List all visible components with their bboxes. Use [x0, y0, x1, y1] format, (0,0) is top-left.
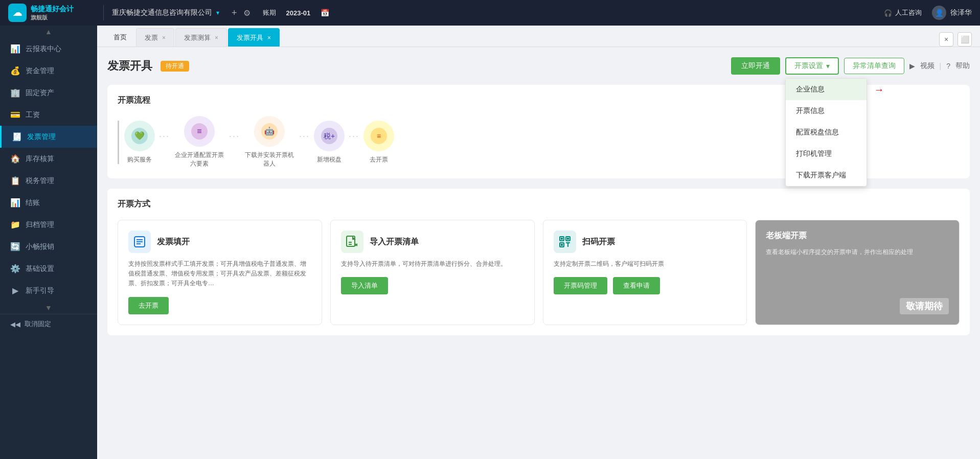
sidebar-item-guide[interactable]: ▶ 新手引导 [0, 280, 97, 302]
svg-text:🤖: 🤖 [264, 126, 275, 136]
play-icon: ▶ [909, 62, 915, 70]
settings-icon[interactable]: ⚙ [243, 8, 250, 18]
period-value: 2023-01 [286, 9, 311, 17]
svg-text:💚: 💚 [134, 131, 145, 141]
flow-icon-5: ≡ [363, 121, 394, 151]
dropdown-item-printer[interactable]: 打印机管理 [786, 143, 867, 165]
payroll-icon: 💳 [10, 110, 20, 120]
invoice-info-label: 开票信息 [796, 106, 825, 114]
user-info[interactable]: 👤 徐泽华 [932, 6, 972, 20]
top-divider [103, 5, 104, 20]
sidebar-scroll-down[interactable]: ▼ [0, 302, 97, 314]
support-button[interactable]: 🎧 人工咨询 [884, 8, 922, 17]
logo-icon: ☁ [8, 4, 27, 22]
invoice-methods-section: 开票方式 发票填开 支持按照发票样式手工填开发票；可开具增值税电子普通发票、增值… [107, 189, 970, 335]
window-maximize-button[interactable]: ⬜ [958, 32, 972, 47]
sidebar-item-report[interactable]: 🔄 小畅报销 [0, 236, 97, 258]
flow-icon-2: ≡ [184, 116, 215, 147]
header-actions: 立即开通 开票设置 ▾ 企业信息 → [731, 57, 970, 75]
calendar-icon[interactable]: 📅 [321, 9, 329, 17]
flow-step-2: ≡ 企业开通配置开票六要素 [174, 116, 225, 168]
sidebar-label-settlement: 结账 [26, 198, 40, 208]
sidebar-label-report: 小畅报销 [26, 242, 54, 251]
company-selector[interactable]: 重庆畅捷交通信息咨询有限公司 ▾ [112, 8, 219, 17]
tab-invoice-test-close[interactable]: × [215, 34, 218, 41]
download-client-label: 下载开票客户端 [796, 171, 846, 179]
import-desc: 支持导入待开票清单，可对待开票清单进行拆分、合并处理。 [341, 259, 524, 269]
dropdown-item-invoice-info[interactable]: 开票信息 [786, 100, 867, 122]
abnormal-list-button[interactable]: 异常清单查询 [844, 58, 904, 74]
boss-title: 老板端开票 [766, 231, 807, 241]
view-apply-button[interactable]: 查看申请 [613, 277, 660, 294]
settings-dropdown-button[interactable]: 开票设置 ▾ [785, 57, 839, 75]
top-actions: + ⚙ [232, 8, 250, 18]
sidebar-item-settlement[interactable]: 📊 结账 [0, 192, 97, 214]
add-company-button[interactable]: + [232, 8, 237, 18]
sidebar-item-fund[interactable]: 💰 资金管理 [0, 60, 97, 82]
sidebar-item-inventory[interactable]: 🏠 库存核算 [0, 148, 97, 170]
window-close-button[interactable]: × [939, 32, 953, 47]
tax-icon: 📋 [10, 176, 20, 186]
invoice-mgmt-icon: 🧾 [12, 132, 22, 142]
sidebar-label-guide: 新手引导 [26, 286, 54, 295]
flow-step-1: 💚 购买服务 [118, 121, 155, 164]
method-fill-header: 发票填开 [128, 231, 311, 253]
tab-invoice-issue-close[interactable]: × [267, 34, 271, 41]
flow-step-4: 税+ 新增税盘 [314, 121, 345, 164]
cancel-pin-label: 取消固定 [25, 319, 51, 329]
import-title: 导入开票清单 [370, 237, 419, 247]
user-icon: 👤 [935, 9, 944, 17]
scan-icon [554, 231, 576, 253]
tab-invoice-test[interactable]: 发票测算 × [175, 28, 227, 47]
sidebar-item-payroll[interactable]: 💳 工资 [0, 104, 97, 126]
sidebar-item-settings[interactable]: ⚙️ 基础设置 [0, 258, 97, 280]
sidebar-item-fixed-assets[interactable]: 🏢 固定资产 [0, 82, 97, 104]
flow-icon-4: 税+ [314, 121, 345, 151]
sidebar-cancel-button[interactable]: ◀◀ 取消固定 [0, 314, 97, 334]
coming-soon-overlay: 敬请期待 [900, 298, 949, 314]
sidebar-item-archive[interactable]: 📁 归档管理 [0, 214, 97, 236]
user-avatar: 👤 [932, 6, 946, 20]
method-card-import: 导入开票清单 支持导入待开票清单，可对待开票清单进行拆分、合并处理。 导入清单 [330, 220, 535, 325]
cloud-report-icon: 📊 [10, 44, 20, 54]
flow-icon-3: 🤖 [254, 116, 285, 147]
tab-invoice-label: 发票 [145, 33, 158, 42]
divider: | [940, 62, 942, 70]
tab-invoice-test-label: 发票测算 [184, 33, 211, 42]
scan-title: 扫码开票 [582, 237, 615, 247]
guide-icon: ▶ [10, 286, 20, 295]
qr-manage-button[interactable]: 开票码管理 [554, 277, 607, 294]
settings-icon-sidebar: ⚙️ [10, 264, 20, 273]
sidebar-item-tax[interactable]: 📋 税务管理 [0, 170, 97, 192]
company-name: 重庆畅捷交通信息咨询有限公司 [112, 8, 212, 17]
flow-label-3: 下载并安装开票机器人 [244, 151, 295, 168]
headset-icon: 🎧 [884, 9, 892, 17]
dropdown-item-download-client[interactable]: 下载开票客户端 [786, 165, 867, 186]
tab-home[interactable]: 首页 [105, 28, 135, 47]
dropdown-item-tax-config[interactable]: 配置税盘信息 [786, 122, 867, 143]
dropdown-item-company-info[interactable]: 企业信息 → [786, 79, 867, 100]
tab-invoice-issue[interactable]: 发票开具 × [228, 28, 280, 47]
video-help[interactable]: ▶ 视频 | ? 帮助 [909, 61, 970, 71]
support-label: 人工咨询 [895, 8, 922, 17]
page-title: 发票开具 [107, 58, 152, 74]
tab-invoice[interactable]: 发票 × [136, 28, 174, 47]
svg-rect-20 [561, 238, 563, 240]
flow-step-3: 🤖 下载并安装开票机器人 [244, 116, 295, 168]
fill-go-button[interactable]: 去开票 [128, 297, 169, 314]
svg-text:≡: ≡ [197, 127, 201, 135]
sidebar-label-fund: 资金管理 [26, 66, 54, 76]
settings-dropdown-container: 开票设置 ▾ 企业信息 → 开票信息 [785, 57, 839, 75]
sidebar-label-inventory: 库存核算 [26, 154, 54, 164]
archive-icon: 📁 [10, 220, 20, 230]
sidebar-item-invoice-mgmt[interactable]: 🧾 发票管理 [0, 126, 97, 148]
flow-dots-2: ··· [229, 131, 240, 142]
sidebar-scroll-up[interactable]: ▲ [0, 26, 97, 38]
tab-invoice-close[interactable]: × [162, 34, 166, 41]
sidebar-item-cloud-report[interactable]: 📊 云报表中心 [0, 38, 97, 60]
import-list-button[interactable]: 导入清单 [341, 277, 388, 294]
flow-dots-4: ··· [349, 131, 359, 142]
help-label: 帮助 [955, 61, 970, 71]
logo: ☁ 畅捷通好会计 旗舰版 [8, 4, 95, 22]
activate-button[interactable]: 立即开通 [731, 57, 780, 75]
